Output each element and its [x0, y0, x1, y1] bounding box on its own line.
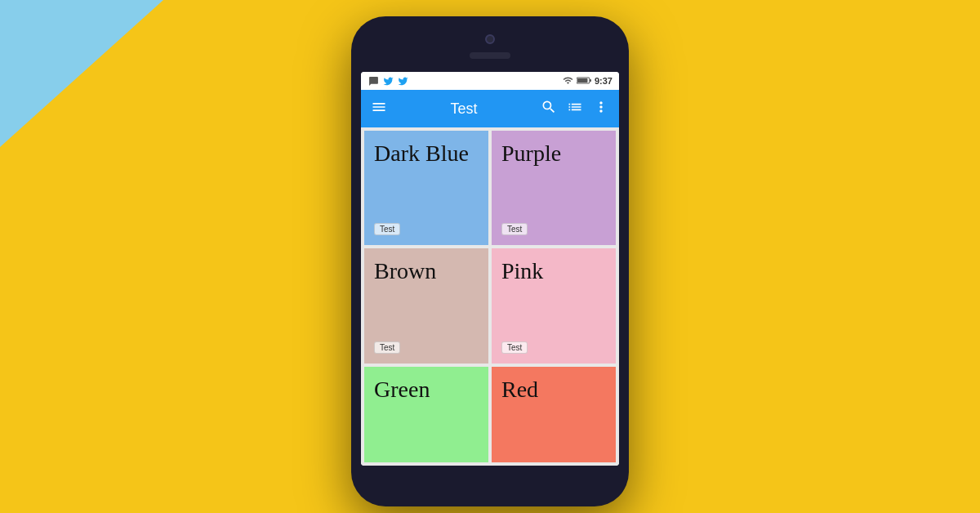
background-triangle: [0, 0, 163, 147]
card-brown[interactable]: Brown Test: [364, 248, 488, 363]
card-pink-title: Pink: [501, 258, 606, 284]
battery-icon: [577, 76, 591, 87]
phone-camera: [485, 34, 495, 44]
card-green[interactable]: Green Test: [364, 367, 488, 462]
card-red[interactable]: Red Test: [492, 367, 616, 462]
view-icon[interactable]: [567, 99, 583, 119]
card-purple[interactable]: Purple Test: [492, 131, 616, 245]
more-icon[interactable]: [593, 99, 609, 119]
card-dark-blue[interactable]: Dark Blue Test: [364, 131, 488, 245]
wifi-icon: [563, 75, 573, 87]
search-icon[interactable]: [541, 99, 557, 119]
card-pink-badge: Test: [501, 341, 528, 354]
chat-icon: [368, 75, 379, 87]
twitter-icon-1: [382, 75, 394, 87]
card-brown-badge: Test: [374, 341, 400, 354]
phone-body: 9:37 Test: [351, 16, 629, 506]
time-display: 9:37: [595, 76, 612, 86]
status-bar: 9:37: [361, 72, 619, 90]
status-icons-right: 9:37: [563, 75, 612, 87]
card-pink[interactable]: Pink Test: [492, 248, 616, 363]
card-purple-badge: Test: [501, 223, 528, 235]
card-dark-blue-title: Dark Blue: [374, 141, 479, 167]
card-red-title: Red: [501, 377, 606, 403]
phone-screen: 9:37 Test: [361, 72, 619, 466]
app-bar: Test: [361, 90, 619, 127]
phone-speaker: [470, 52, 510, 59]
svg-rect-2: [590, 79, 591, 82]
svg-rect-1: [577, 78, 587, 83]
menu-icon[interactable]: [371, 99, 387, 119]
phone-mockup: 9:37 Test: [351, 16, 629, 506]
card-purple-title: Purple: [501, 141, 606, 167]
twitter-icon-2: [397, 75, 408, 87]
status-icons-left: [368, 75, 408, 87]
card-grid: Dark Blue Test Purple Test Brown Test Pi…: [361, 127, 619, 466]
card-dark-blue-badge: Test: [374, 223, 400, 235]
card-brown-title: Brown: [374, 258, 479, 284]
app-title: Test: [397, 100, 531, 118]
card-green-title: Green: [374, 377, 479, 403]
